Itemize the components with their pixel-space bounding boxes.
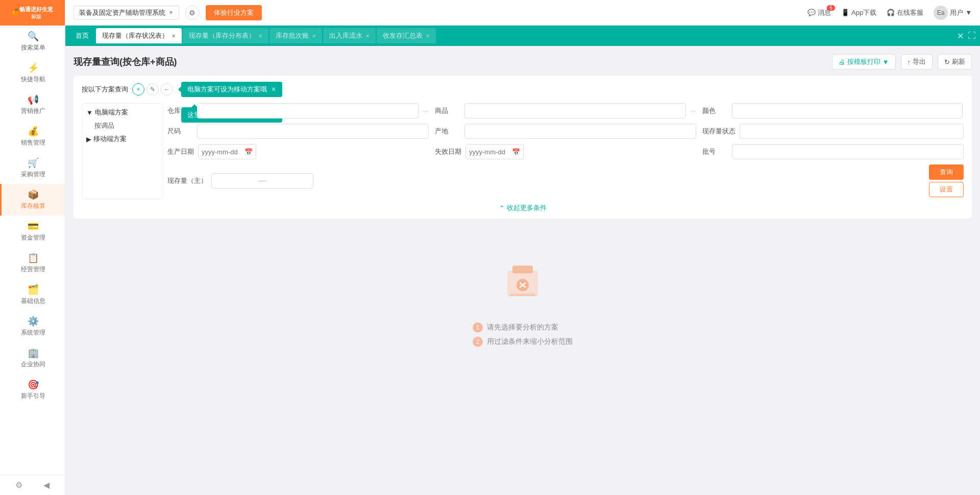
sidebar-item-search[interactable]: 🔍 搜索菜单 (0, 26, 65, 57)
stock-status-input-wrap (740, 124, 964, 139)
sidebar-item-business[interactable]: 📋 经营管理 (0, 247, 65, 279)
stock-status-label: 现存量状态 (702, 127, 736, 136)
industry-btn[interactable]: 体验行业方案 (206, 5, 262, 20)
batch-field: 批号 (702, 144, 964, 159)
guide-icon: 🎯 (28, 379, 39, 390)
batch-input[interactable] (732, 144, 964, 159)
inventory-icon: 📦 (28, 189, 39, 200)
tab-inventory-dist[interactable]: 现存量（库存分布表） ✕ (183, 28, 268, 43)
empty-icon (497, 255, 548, 314)
warehouse-input-wrap (197, 103, 419, 119)
tab-close-batch-account[interactable]: ✕ (312, 33, 316, 39)
enterprise-icon: 🏢 (28, 347, 39, 359)
goods-label: 商品 (435, 106, 460, 115)
sidebar-item-quick[interactable]: ⚡ 快捷导航 (0, 57, 65, 89)
reset-btn[interactable]: 设置 (929, 182, 964, 197)
produce-date-calendar-icon[interactable]: 📅 (244, 148, 253, 156)
sidebar-item-inventory[interactable]: 📦 库存核算 (0, 184, 65, 216)
filter-header: 按以下方案查询 + ✎ ← 电脑方案可设为移动方案哦 ✕ 这里可以创建和修改方案… (82, 82, 964, 97)
sidebar-bottom: ⚙ ◀ (0, 475, 65, 495)
message-btn[interactable]: 💬 消息 6 (807, 8, 831, 17)
scheme-tooltip: 电脑方案可设为移动方案哦 ✕ (181, 82, 282, 97)
batch-input-wrap (732, 144, 964, 159)
header-settings-btn[interactable]: ⚙ (185, 6, 200, 20)
export-icon: ↑ (908, 58, 911, 66)
stock-main-label: 现存量（主） (167, 176, 207, 185)
tab-close-inventory-status[interactable]: ✕ (172, 33, 176, 39)
sidebar-item-system[interactable]: ⚙️ 系统管理 (0, 311, 65, 342)
stock-main-start[interactable] (215, 177, 256, 185)
warehouse-more-icon[interactable]: ··· (423, 107, 429, 115)
tab-close-in-out[interactable]: ✕ (365, 33, 370, 39)
tab-close-inventory-dist[interactable]: ✕ (258, 33, 262, 39)
size-input-wrap (197, 124, 429, 139)
origin-label: 产地 (435, 127, 460, 136)
empty-steps: 1 请先选择要分析的方案 2 用过滤条件来缩小分析范围 (473, 322, 573, 351)
sidebar-item-basic[interactable]: 🗂️ 基础信息 (0, 279, 65, 311)
quick-icon: ⚡ (28, 62, 39, 74)
online-service-btn[interactable]: 🎧 在线客服 (887, 8, 923, 17)
phone-icon: 📱 (841, 9, 849, 16)
scheme-tooltip-close-btn[interactable]: ✕ (271, 86, 276, 93)
sidebar-item-marketing[interactable]: 📢 营销推广 (0, 89, 65, 121)
origin-field: 产地 (435, 124, 696, 139)
query-btn[interactable]: 查询 (929, 164, 964, 180)
system-selector[interactable]: 装备及固定资产辅助管理系统 ▼ (74, 6, 179, 20)
logo-icon: 🍊 (12, 9, 19, 17)
logo-text: 畅通进好生意 (19, 6, 53, 13)
add-scheme-btn[interactable]: + (132, 83, 144, 96)
sidebar-item-finance[interactable]: 💳 资金管理 (0, 216, 65, 247)
stock-status-field: 现存量状态 (702, 124, 964, 139)
sidebar-item-sales[interactable]: 💰 销售管理 (0, 121, 65, 152)
service-icon: 🎧 (887, 9, 895, 16)
tab-home[interactable]: 首页 (69, 28, 95, 43)
tab-close-receive-summary[interactable]: ✕ (426, 33, 430, 39)
svg-rect-1 (512, 266, 533, 273)
scheme-item-desktop[interactable]: 按调品 (82, 119, 163, 132)
collapse-filter-btn[interactable]: ⌃ 收起更多条件 (499, 203, 547, 213)
expire-date-field: 失效日期 📅 (435, 144, 696, 159)
marketing-icon: 📢 (28, 94, 39, 105)
color-select[interactable] (732, 103, 963, 119)
main-area: 装备及固定资产辅助管理系统 ▼ ⚙ 体验行业方案 💬 消息 6 📱 App下载 … (65, 0, 980, 495)
message-badge: 6 (827, 5, 835, 11)
export-btn[interactable]: ↑ 导出 (901, 54, 933, 69)
filter-fields: 仓库 ··· 商品 ··· (167, 103, 964, 199)
refresh-btn[interactable]: ↻ 刷新 (938, 54, 972, 69)
sidebar-item-enterprise[interactable]: 🏢 企业协同 (0, 342, 65, 374)
stock-main-end[interactable] (268, 177, 310, 185)
app-download-btn[interactable]: 📱 App下载 (841, 8, 876, 17)
print-btn[interactable]: 🖨 按模板打印 ▼ (832, 54, 896, 69)
batch-label: 批号 (702, 147, 728, 156)
produce-date-input[interactable] (202, 148, 242, 156)
logo-badge: 标版 (19, 13, 53, 20)
filter-row-3: 生产日期 📅 失效日期 📅 (167, 144, 964, 159)
goods-input[interactable] (464, 103, 686, 119)
sidebar-item-purchase[interactable]: 🛒 采购管理 (0, 152, 65, 184)
tab-receive-summary[interactable]: 收发存汇总表 ✕ (377, 28, 436, 43)
goods-more-icon[interactable]: ··· (690, 107, 696, 115)
header-right: 💬 消息 6 📱 App下载 🎧 在线客服 Ea 用户 ▼ (807, 6, 972, 20)
tab-in-out[interactable]: 出入库流水 ✕ (323, 28, 376, 43)
system-name: 装备及固定资产辅助管理系统 (79, 8, 165, 17)
size-select[interactable] (197, 124, 429, 139)
expire-date-label: 失效日期 (435, 147, 461, 156)
arrow-scheme-btn[interactable]: ← (161, 83, 173, 96)
collapse-sidebar-btn[interactable]: ◀ (43, 480, 50, 490)
stock-status-select[interactable] (740, 124, 964, 139)
tab-inventory-status[interactable]: 现存量（库存状况表） ✕ (96, 28, 182, 43)
system-selector-arrow: ▼ (168, 10, 174, 15)
query-btn-group: 查询 设置 (929, 164, 964, 197)
header-left: 装备及固定资产辅助管理系统 ▼ ⚙ 体验行业方案 (74, 5, 262, 20)
warehouse-input[interactable] (197, 103, 419, 119)
maximize-btn[interactable]: ⛶ (968, 31, 976, 40)
tab-batch-account[interactable]: 库存批次账 ✕ (270, 28, 322, 43)
settings-bottom-btn[interactable]: ⚙ (15, 480, 22, 490)
user-menu[interactable]: Ea 用户 ▼ (934, 6, 972, 20)
sidebar-item-guide[interactable]: 🎯 新手引导 (0, 374, 65, 406)
edit-scheme-btn[interactable]: ✎ (146, 83, 159, 96)
expire-date-calendar-icon[interactable]: 📅 (512, 148, 520, 156)
origin-select[interactable] (464, 124, 696, 139)
close-all-tabs-btn[interactable]: ✕ (957, 31, 964, 41)
expire-date-input[interactable] (469, 148, 510, 156)
